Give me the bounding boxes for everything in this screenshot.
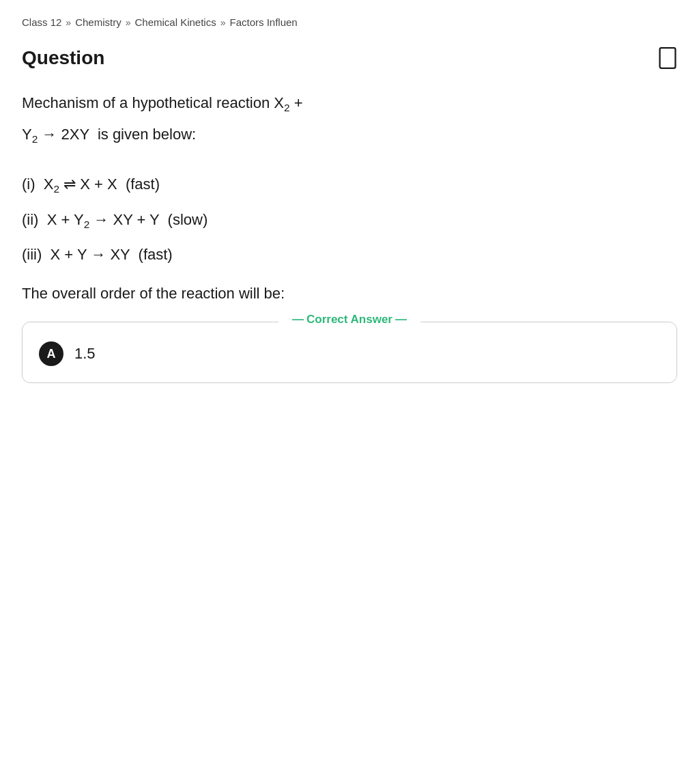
- correct-answer-box: Correct Answer A 1.5: [22, 322, 677, 383]
- breadcrumb-sep-1: »: [66, 17, 71, 28]
- question-body: Mechanism of a hypothetical reaction X2 …: [22, 91, 677, 148]
- question-intro: Mechanism of a hypothetical reaction X2 …: [22, 91, 677, 117]
- option-letter-circle: A: [39, 341, 63, 366]
- bookmark-icon[interactable]: [658, 47, 677, 69]
- answer-value: 1.5: [74, 345, 96, 363]
- breadcrumb-sep-2: »: [126, 17, 131, 28]
- question-intro-line2: Y2 → 2XY is given below:: [22, 122, 677, 148]
- answer-option: A 1.5: [39, 341, 660, 366]
- step-2: (ii) X + Y2 → XY + Y (slow): [22, 208, 677, 233]
- breadcrumb-sep-3: »: [220, 17, 226, 28]
- conclusion-text: The overall order of the reaction will b…: [22, 285, 677, 303]
- breadcrumb-chemistry[interactable]: Chemistry: [75, 16, 122, 28]
- correct-answer-label: Correct Answer: [279, 313, 420, 326]
- breadcrumb: Class 12 » Chemistry » Chemical Kinetics…: [22, 16, 677, 28]
- breadcrumb-kinetics[interactable]: Chemical Kinetics: [134, 16, 216, 28]
- breadcrumb-class[interactable]: Class 12: [22, 16, 61, 28]
- mechanism-steps: (i) X2 ⇌ X + X (fast) (ii) X + Y2 → XY +…: [22, 173, 677, 266]
- svg-rect-0: [660, 48, 676, 68]
- step-3: (iii) X + Y → XY (fast): [22, 243, 677, 266]
- question-header: Question: [22, 47, 677, 69]
- step-1: (i) X2 ⇌ X + X (fast): [22, 173, 677, 197]
- question-title: Question: [22, 47, 104, 69]
- page-container: Class 12 » Chemistry » Chemical Kinetics…: [0, 0, 699, 400]
- breadcrumb-factors: Factors Influen: [229, 16, 297, 28]
